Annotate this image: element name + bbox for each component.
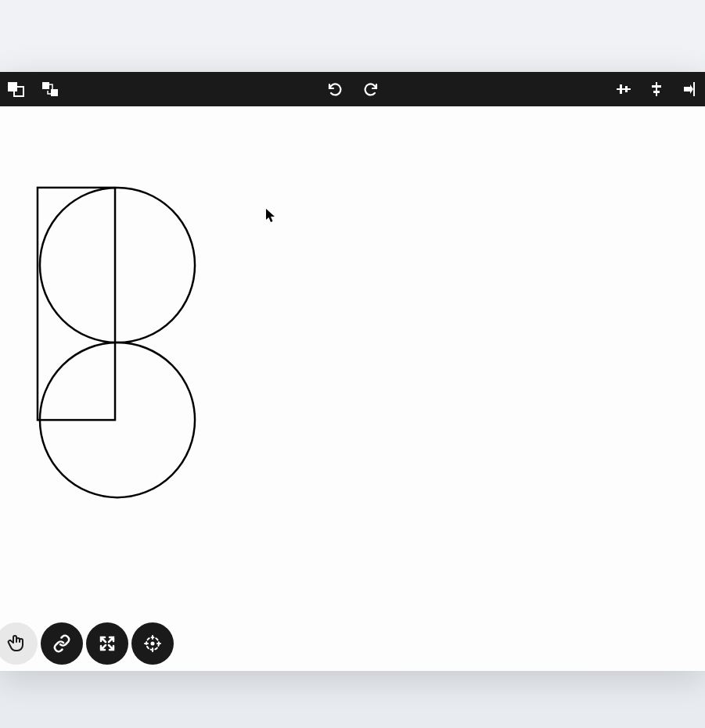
- floating-toolbar: [0, 622, 174, 665]
- merge-shapes-icon: [7, 81, 24, 97]
- svg-rect-8: [652, 85, 661, 88]
- align-edge-button[interactable]: [680, 80, 699, 99]
- subtract-shapes-icon: [41, 81, 59, 97]
- pointer-tool-button[interactable]: [0, 622, 38, 665]
- fullscreen-tool-button[interactable]: [86, 622, 128, 665]
- align-vertical-icon: [649, 82, 664, 96]
- toolbar-center-group: [325, 80, 381, 99]
- svg-point-17: [152, 643, 154, 645]
- svg-rect-6: [625, 86, 628, 92]
- svg-rect-3: [51, 89, 58, 96]
- svg-rect-10: [693, 82, 695, 96]
- undo-button[interactable]: [325, 80, 344, 99]
- canvas[interactable]: [0, 106, 705, 671]
- align-edge-icon: [682, 82, 696, 96]
- toolbar-right-group: [614, 80, 699, 99]
- svg-rect-9: [653, 91, 660, 93]
- shape-circle-top[interactable]: [40, 188, 195, 342]
- align-vertical-button[interactable]: [647, 80, 666, 99]
- toolbar: [0, 72, 705, 106]
- svg-rect-4: [617, 88, 631, 90]
- crosshair-icon: [143, 634, 162, 653]
- svg-rect-5: [620, 84, 622, 94]
- expand-icon: [99, 635, 116, 652]
- align-horizontal-icon: [617, 82, 631, 96]
- align-horizontal-button[interactable]: [614, 80, 633, 99]
- link-tool-button[interactable]: [41, 622, 83, 665]
- undo-icon: [326, 81, 342, 97]
- svg-rect-7: [656, 82, 657, 96]
- app-window: [0, 72, 705, 671]
- link-icon: [52, 634, 71, 653]
- redo-button[interactable]: [362, 80, 381, 99]
- subtract-shapes-button[interactable]: [41, 80, 59, 99]
- target-tool-button[interactable]: [131, 622, 174, 665]
- canvas-drawing: [35, 185, 200, 505]
- svg-marker-11: [684, 84, 693, 94]
- pointer-hand-icon: [7, 633, 26, 654]
- toolbar-left-group: [6, 80, 59, 99]
- merge-shapes-button[interactable]: [6, 80, 25, 99]
- svg-rect-2: [42, 82, 49, 89]
- redo-icon: [364, 81, 379, 97]
- cursor-icon: [266, 209, 277, 223]
